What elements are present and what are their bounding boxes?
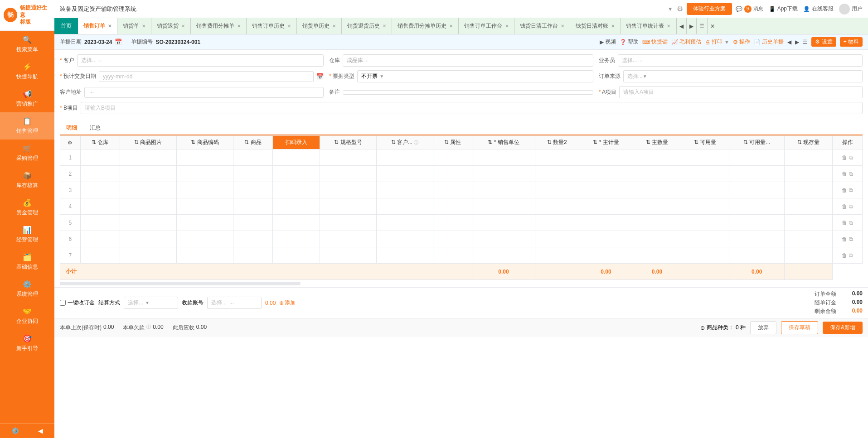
settings-icon[interactable]: ⚙ [677,5,683,13]
tab-close-icon[interactable]: ✕ [237,24,241,29]
tab-close-icon[interactable]: ✕ [181,24,185,29]
tab-detail[interactable]: 明细 [60,121,83,135]
shortcut-btn[interactable]: ⌨ 快捷键 [642,38,668,46]
a-project-input[interactable]: 请输入A项目 [619,86,863,98]
sidebar-item-system[interactable]: ⚙️ 系统管理 [0,275,54,303]
row-copy-icon[interactable]: ⧉ [849,236,853,242]
industry-solution-button[interactable]: 体验行业方案 [687,3,732,15]
tab-goods-history[interactable]: 销货单历史 ✕ [297,18,342,34]
row-copy-icon[interactable]: ⧉ [849,252,853,259]
tab-close-icon[interactable]: ✕ [449,24,453,29]
user-avatar-item[interactable]: 用户 [839,4,863,14]
order-source-input[interactable]: 选择... ▼ [623,70,863,82]
date-value[interactable]: 2023-03-24 [84,39,112,45]
tab-return-history[interactable]: 销货退货历史 ✕ [342,18,392,34]
b-project-input[interactable]: 请输入B项目 [81,102,863,114]
warehouse-input[interactable]: 成品库 ··· [343,54,593,67]
sidebar-item-guide[interactable]: 🎯 新手引导 [0,330,54,357]
tab-home[interactable]: 首页 [54,18,78,34]
save-draft-button[interactable]: 保存草稿 [781,321,818,334]
col-scan[interactable]: 扫码录入 [273,136,320,149]
tab-close-icon[interactable]: ✕ [142,24,145,29]
row-delete-icon[interactable]: 🗑 [842,220,847,226]
row-copy-icon[interactable]: ⧉ [849,220,853,226]
row-delete-icon[interactable]: 🗑 [842,236,847,242]
tab-sales-workbench[interactable]: 销售订单工作台 ✕ [459,18,514,34]
sidebar-item-operations[interactable]: 📊 经营管理 [0,221,54,248]
tab-sales-order[interactable]: 销售订单 ✕ [78,18,117,34]
tab-close-icon[interactable]: ✕ [287,24,291,29]
tab-fee-history[interactable]: 销售费用分摊单历史 ✕ [392,18,459,34]
tab-prev-button[interactable]: ◀ [676,18,686,34]
add-button[interactable]: ⊕ 添加 [279,299,296,307]
sidebar-item-finance[interactable]: 💰 资金管理 [0,194,54,221]
tab-summary[interactable]: 汇总 [83,121,107,135]
tab-close-icon[interactable]: ✕ [383,24,386,29]
calendar-icon[interactable]: 📅 [115,39,122,45]
tab-close-icon[interactable]: ✕ [611,24,615,29]
tab-menu-button[interactable]: ☰ [696,18,707,34]
tab-sales-goods[interactable]: 销货单 ✕ [117,18,151,34]
customer-input[interactable]: 选择... ··· [77,54,324,67]
collapse-icon[interactable]: ◀ [38,427,43,434]
add-product-button[interactable]: + 物料 [840,37,863,47]
sidebar-item-search[interactable]: 🔍 搜索菜单 [0,31,54,58]
row-delete-icon[interactable]: 🗑 [842,203,847,210]
help-btn[interactable]: ❓ 帮助 [620,38,639,46]
tab-close-icon[interactable]: ✕ [667,24,670,29]
prev-record-btn[interactable]: ◀ [787,39,791,45]
sidebar-item-quicknav[interactable]: ⚡ 快捷导航 [0,58,54,85]
row-delete-icon[interactable]: 🗑 [842,154,847,161]
row-delete-icon[interactable]: 🗑 [842,171,847,177]
horizontal-scrollbar[interactable] [60,282,301,285]
payment-method-select[interactable]: 选择... ▼ [124,297,178,309]
message-icon-item[interactable]: 💬 9 消息 [736,5,763,13]
settings-button[interactable]: ⚙ 设置 [811,37,836,47]
row-delete-icon[interactable]: 🗑 [842,252,847,259]
profit-btn[interactable]: 📈 毛利预估 [671,38,701,46]
salesman-input[interactable]: 选择... ··· [618,54,863,67]
remark-input[interactable] [343,90,593,95]
delivery-calendar-icon[interactable]: 📅 [316,73,324,80]
row-copy-icon[interactable]: ⧉ [849,154,853,161]
list-view-btn[interactable]: ☰ [803,39,808,45]
sidebar-item-purchase[interactable]: 🛒 采购管理 [0,140,54,167]
invoice-type-select[interactable]: 不开票 ▼ [357,70,593,82]
tab-close-all-button[interactable]: ✕ [707,18,718,34]
tab-sales-stats[interactable]: 销售订单统计表 ✕ [621,18,676,34]
row-delete-icon[interactable]: 🗑 [842,187,847,193]
col-settings[interactable]: ⚙ [60,136,81,149]
next-record-btn[interactable]: ▶ [795,39,799,45]
one-click-checkbox[interactable] [60,300,66,306]
save-new-button[interactable]: 保存&新增 [823,322,863,334]
operation-btn[interactable]: ⚙ 操作 [733,38,750,46]
sidebar-item-sales[interactable]: 📋 销售管理 [0,112,54,140]
sidebar-item-basic-info[interactable]: 🗂️ 基础信息 [0,248,54,275]
tab-fee-split[interactable]: 销售费用分摊单 ✕ [191,18,247,34]
tab-sales-history[interactable]: 销售订单历史 ✕ [247,18,297,34]
delivery-date-input[interactable]: yyyy-mm-dd [99,71,314,82]
one-click-checkbox-label[interactable]: 一键收订金 [60,299,95,307]
row-copy-icon[interactable]: ⧉ [849,171,853,177]
account-select[interactable]: 选择... ··· [207,297,262,309]
print-btn[interactable]: 🖨 打印 ▼ [705,38,729,46]
view-btn[interactable]: ▶ 视频 [600,38,616,46]
tab-close-icon[interactable]: ✕ [505,24,509,29]
tab-sales-return[interactable]: 销货退货 ✕ [151,18,191,34]
sidebar-item-inventory[interactable]: 📦 库存核算 [0,167,54,194]
row-copy-icon[interactable]: ⧉ [849,203,853,210]
settings-bottom-icon[interactable]: ⚙️ [11,427,19,434]
tab-daily-clear-workbench[interactable]: 钱货日清工作台 ✕ [514,18,570,34]
tab-close-icon[interactable]: ✕ [561,24,564,29]
online-service-item[interactable]: 👤 在线客服 [803,5,834,13]
app-download-item[interactable]: 📱 App下载 [769,5,798,13]
tab-close-icon[interactable]: ✕ [332,24,336,29]
history-btn[interactable]: 📄 历史单据 [754,38,784,46]
tab-close-icon[interactable]: ✕ [108,24,112,29]
discard-button[interactable]: 放弃 [750,321,776,334]
customer-address-input[interactable]: ··· [84,87,324,98]
row-copy-icon[interactable]: ⧉ [849,187,853,193]
sidebar-item-marketing[interactable]: 📢 营销推广 [0,85,54,112]
tab-daily-clear-account[interactable]: 钱货日清对账 ✕ [570,18,621,34]
tab-next-button[interactable]: ▶ [686,18,696,34]
